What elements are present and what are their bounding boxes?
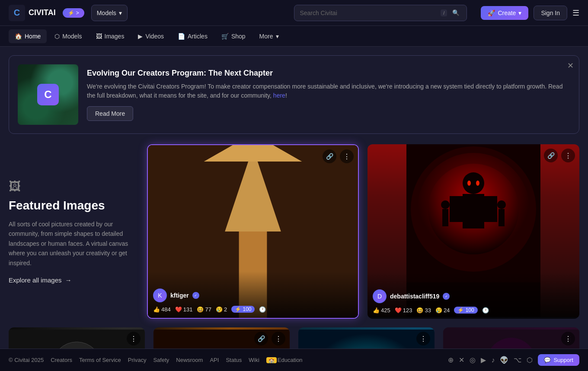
nav-shop[interactable]: 🛒 Shop (215, 29, 252, 43)
search-input[interactable] (300, 10, 437, 16)
rocket-icon: 🚀 (488, 10, 495, 16)
banner-title: Evolving Our Creators Program: The Next … (87, 69, 570, 78)
footer-link-api[interactable]: API (210, 357, 219, 363)
reddit-icon[interactable]: 👽 (500, 356, 508, 364)
twitter-x-icon[interactable]: ✕ (459, 356, 464, 364)
card-menu-button-5[interactable]: ⋮ (416, 332, 430, 346)
card-link-button-4[interactable]: 🔗 (254, 332, 268, 346)
chevron-down-icon: ▾ (119, 10, 122, 16)
nav-articles-label: Articles (188, 33, 208, 40)
stat-thumbsup-2: 👍 425 (373, 307, 390, 314)
card-menu-button-1[interactable]: ⋮ (340, 149, 354, 163)
svg-rect-12 (484, 196, 497, 222)
laugh-icon-2: 😆 (416, 307, 423, 314)
stat-clock-1: 🕐 (259, 306, 266, 313)
more-chevron-icon: ▾ (276, 33, 279, 40)
announcement-banner: C Evolving Our Creators Program: The Nex… (9, 55, 579, 134)
close-banner-button[interactable]: ✕ (567, 61, 574, 70)
featured-description: All sorts of cool pictures created by ou… (9, 219, 138, 268)
hamburger-menu-button[interactable]: ☰ (572, 8, 579, 18)
svg-rect-10 (463, 194, 484, 228)
footer-link-tos[interactable]: Terms of Service (79, 357, 121, 363)
user-badge-2: ✓ (443, 293, 450, 300)
svg-point-20 (476, 181, 479, 186)
support-button[interactable]: 💬 Support (538, 354, 579, 366)
models-dropdown-label: Models (97, 10, 116, 16)
twitch-icon[interactable]: ⬡ (527, 356, 533, 364)
banner-content: Evolving Our Creators Program: The Next … (87, 69, 570, 121)
nav-videos[interactable]: ▶ Videos (132, 29, 170, 43)
search-button[interactable]: 🔍 (451, 8, 461, 18)
nav-models[interactable]: ⬡ Models (48, 29, 88, 43)
footer-link-education[interactable]: 🏫Education (266, 357, 303, 363)
card-menu-button-3[interactable]: ⋮ (127, 332, 141, 346)
svg-point-15 (497, 200, 506, 209)
card-link-button-1[interactable]: 🔗 (323, 149, 336, 163)
bolt-icon: ⚡ (235, 306, 241, 312)
featured-section-icon: 🖼 (9, 179, 138, 193)
nav-home[interactable]: 🏠 Home (9, 29, 47, 43)
tiktok-icon[interactable]: ♪ (491, 356, 495, 364)
nav-images[interactable]: 🖼 Images (90, 29, 131, 43)
card-stats-2: 👍 425 ❤️ 123 😆 33 😢 24 (373, 307, 574, 314)
models-dropdown[interactable]: Models ▾ (91, 5, 128, 21)
stat-bolt-1: ⚡ 100 (231, 306, 255, 313)
featured-card-silhouette[interactable]: ⋮ 🔗 D debattistacliff519 ✓ 👍 425 ❤️ 123 (368, 144, 579, 319)
svg-rect-16 (499, 209, 505, 226)
footer-link-creators[interactable]: Creators (51, 357, 72, 363)
thumbsup-icon-2: 👍 (373, 307, 380, 314)
explore-all-link[interactable]: Explore all images → (9, 276, 138, 284)
footer-link-privacy[interactable]: Privacy (128, 357, 147, 363)
header-badge[interactable]: ⚡ > (63, 8, 84, 18)
articles-icon: 📄 (178, 33, 185, 40)
nav-more[interactable]: More ▾ (253, 29, 285, 43)
github-icon[interactable]: ⌥ (514, 356, 521, 364)
search-kbd: / (441, 10, 447, 16)
svg-point-19 (467, 181, 471, 186)
stat-sad-1: 😢 2 (216, 306, 227, 313)
models-icon: ⬡ (54, 33, 60, 40)
footer-link-safety[interactable]: Safety (153, 357, 169, 363)
username-debattistacliff519: debattistacliff519 (390, 293, 439, 300)
stat-bolt-2: ⚡ 100 (454, 307, 477, 314)
instagram-icon[interactable]: ◎ (470, 356, 476, 364)
main-content: C Evolving Our Creators Program: The Nex… (0, 47, 588, 371)
banner-logo: C (37, 84, 59, 105)
svg-rect-11 (450, 196, 463, 222)
footer-link-status[interactable]: Status (226, 357, 242, 363)
svg-point-13 (441, 200, 450, 209)
featured-card-pyramidhead[interactable]: ⋮ 🔗 K kftiger ✓ 👍 484 ❤️ 131 (147, 144, 359, 319)
footer-social-icons: ⊕ ✕ ◎ ▶ ♪ 👽 ⌥ ⬡ 💬 Support (448, 354, 579, 366)
banner-text: We're evolving the Civitai Creators Prog… (87, 82, 570, 100)
nav-shop-label: Shop (231, 33, 246, 40)
hearts-count-2: 123 (403, 307, 412, 314)
arrow-right-icon: → (65, 276, 72, 284)
thumbsup-count-1: 484 (161, 306, 171, 313)
banner-link[interactable]: here (273, 92, 285, 99)
badge-icon: ⚡ (68, 10, 74, 16)
sign-in-button[interactable]: Sign In (534, 6, 567, 20)
create-button[interactable]: 🚀 Create ▾ (481, 6, 528, 20)
banner-text-content: We're evolving the Civitai Creators Prog… (87, 83, 562, 99)
card-menu-button-4[interactable]: ⋮ (272, 332, 285, 346)
youtube-icon[interactable]: ▶ (481, 356, 486, 364)
footer-link-newsroom[interactable]: Newsroom (176, 357, 203, 363)
avatar-kftiger: K (153, 289, 167, 302)
card-menu-button-2[interactable]: ⋮ (561, 149, 575, 162)
discord-icon[interactable]: ⊕ (448, 356, 454, 364)
card-menu-button-6[interactable]: ⋮ (561, 332, 575, 346)
svg-rect-5 (227, 219, 279, 227)
thumbsup-icon: 👍 (153, 306, 160, 313)
sad-count-2: 24 (444, 307, 450, 314)
logo[interactable]: C CIVITAI (9, 5, 56, 21)
sad-icon-2: 😢 (435, 307, 442, 314)
card-footer-2: D debattistacliff519 ✓ 👍 425 ❤️ 123 😆 (368, 272, 579, 319)
thumbsup-count-2: 425 (381, 307, 390, 314)
stat-hearts-1: ❤️ 131 (175, 306, 193, 313)
card-link-button-2[interactable]: 🔗 (544, 149, 558, 162)
create-label: Create (498, 10, 516, 16)
bolt-count-1: 100 (243, 306, 251, 312)
footer-link-wiki[interactable]: Wiki (249, 357, 259, 363)
nav-articles[interactable]: 📄 Articles (172, 29, 214, 43)
read-more-button[interactable]: Read More (87, 106, 133, 121)
